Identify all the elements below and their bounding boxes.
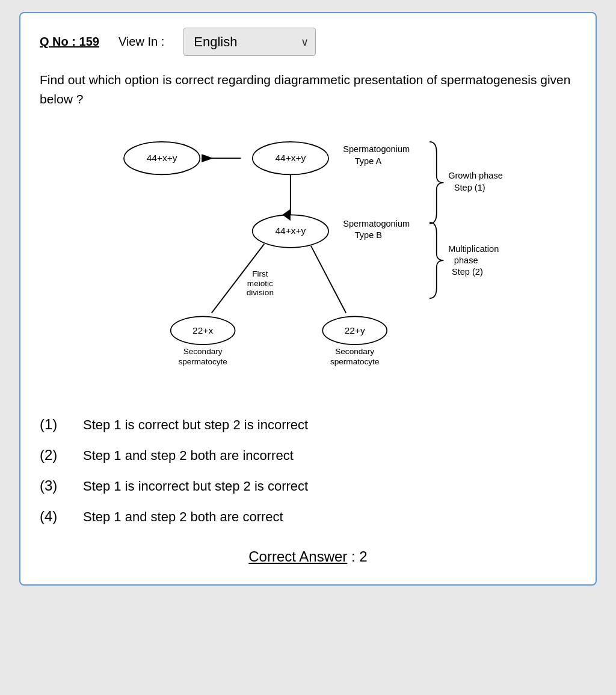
svg-text:44+x+y: 44+x+y bbox=[147, 153, 177, 163]
svg-text:meiotic: meiotic bbox=[247, 279, 273, 288]
language-selector-wrapper[interactable]: English bbox=[183, 28, 316, 56]
option-text-3: Step 1 is incorrect but step 2 is correc… bbox=[83, 476, 308, 496]
option-text-1: Step 1 is correct but step 2 is incorrec… bbox=[83, 415, 308, 435]
option-text-2: Step 1 and step 2 both are incorrect bbox=[83, 445, 294, 465]
diagram-area: 44+x+y 44+x+y Spermatogonium Type A Grow… bbox=[40, 120, 576, 400]
correct-answer-value: : 2 bbox=[351, 548, 368, 565]
svg-text:22+y: 22+y bbox=[345, 325, 365, 335]
svg-text:spermatocyte: spermatocyte bbox=[330, 357, 380, 366]
option-row-1[interactable]: (1) Step 1 is correct but step 2 is inco… bbox=[40, 415, 576, 435]
view-in-label: View In : bbox=[119, 35, 164, 49]
svg-text:44+x+y: 44+x+y bbox=[275, 153, 306, 163]
svg-text:44+x+y: 44+x+y bbox=[275, 225, 306, 236]
svg-text:division: division bbox=[247, 288, 274, 297]
svg-text:Multiplication: Multiplication bbox=[448, 244, 499, 254]
option-num-4: (4) bbox=[40, 507, 69, 525]
header: Q No : 159 View In : English bbox=[40, 28, 576, 56]
question-number: Q No : 159 bbox=[40, 35, 99, 49]
svg-text:Secondary: Secondary bbox=[335, 347, 374, 356]
question-card: Q No : 159 View In : English Find out wh… bbox=[19, 12, 597, 586]
svg-text:22+x: 22+x bbox=[192, 325, 213, 335]
option-num-2: (2) bbox=[40, 445, 69, 464]
language-select[interactable]: English bbox=[183, 28, 316, 56]
option-row-4[interactable]: (4) Step 1 and step 2 both are correct bbox=[40, 507, 576, 527]
svg-text:spermatocyte: spermatocyte bbox=[178, 357, 227, 366]
option-num-3: (3) bbox=[40, 476, 69, 494]
svg-text:Secondary: Secondary bbox=[183, 347, 223, 356]
correct-answer-label: Correct Answer bbox=[248, 548, 347, 565]
option-row-3[interactable]: (3) Step 1 is incorrect but step 2 is co… bbox=[40, 476, 576, 496]
svg-text:phase: phase bbox=[454, 256, 478, 265]
option-text-4: Step 1 and step 2 both are correct bbox=[83, 507, 283, 527]
option-num-1: (1) bbox=[40, 415, 69, 433]
svg-text:Step (2): Step (2) bbox=[452, 267, 483, 277]
option-row-2[interactable]: (2) Step 1 and step 2 both are incorrect bbox=[40, 445, 576, 465]
svg-text:Type A: Type A bbox=[355, 156, 382, 166]
svg-text:Spermatogonium: Spermatogonium bbox=[343, 144, 410, 154]
svg-text:Growth phase: Growth phase bbox=[448, 171, 503, 180]
svg-text:Spermatogonium: Spermatogonium bbox=[343, 219, 410, 228]
correct-answer-section: Correct Answer : 2 bbox=[40, 541, 576, 565]
svg-text:Step (1): Step (1) bbox=[454, 183, 485, 192]
svg-text:First: First bbox=[252, 269, 268, 278]
svg-text:Type B: Type B bbox=[355, 230, 382, 240]
svg-line-24 bbox=[311, 246, 346, 313]
spermatogenesis-diagram: 44+x+y 44+x+y Spermatogonium Type A Grow… bbox=[103, 120, 513, 400]
options-list: (1) Step 1 is correct but step 2 is inco… bbox=[40, 415, 576, 527]
question-text: Find out which option is correct regardi… bbox=[40, 70, 576, 108]
